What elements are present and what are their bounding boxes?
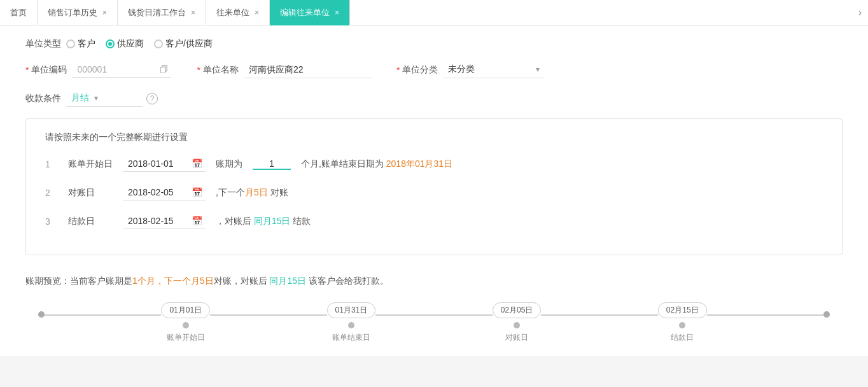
tab-home[interactable]: 首页 [0, 0, 38, 25]
timeline: 01月01日 账单开始日 01月31日 账单结束日 02月05日 [25, 302, 843, 343]
close-tab-edit-partner[interactable]: × [335, 8, 339, 17]
radio-customer-supplier[interactable]: 客户/供应商 [154, 38, 213, 50]
unit-name-input[interactable] [249, 65, 363, 75]
period-num-3: 3 [45, 216, 58, 227]
period-row-3: 3 结款日 📅 ，对账后 同月15日 结款 [45, 213, 823, 229]
period-end-date-highlight: 2018年01月31日 [386, 158, 452, 169]
timeline-dot-start [38, 311, 45, 318]
reconcile-date-field: 📅 [123, 185, 206, 201]
reconcile-date-input[interactable] [128, 187, 192, 197]
reconcile-highlight: 月5日 [245, 187, 268, 197]
payment-terms-arrow-icon: ▾ [94, 94, 98, 102]
tab-cash-workbench[interactable]: 钱货日清工作台 × [118, 0, 206, 25]
radio-circle-customer [66, 39, 75, 48]
timeline-node-2: 01月31日 账单结束日 [327, 302, 376, 343]
unit-type-row: 单位类型 客户 供应商 客户/供应商 [25, 38, 843, 50]
timeline-dot-4 [679, 322, 685, 328]
tabs-more-button[interactable]: › [852, 7, 868, 18]
period-row1-desc-prefix: 账期为 [216, 158, 242, 170]
timeline-dot-end [823, 311, 830, 318]
timeline-label-2: 账单结束日 [332, 332, 370, 343]
payment-terms-value: 月结 [71, 92, 89, 104]
radio-circle-customer-supplier [154, 39, 163, 48]
start-date-calendar-icon[interactable]: 📅 [192, 158, 202, 169]
preview-text: 账期预览：当前客户账期是1个月，下一个月5日对账，对账后 同月15日 该客户会给… [25, 276, 843, 287]
payment-date-field: 📅 [123, 213, 206, 229]
payment-terms-help-icon[interactable]: ? [146, 93, 158, 104]
radio-circle-supplier [106, 39, 115, 48]
timeline-line-3 [375, 314, 492, 316]
payment-terms-dropdown[interactable]: 月结 ▾ [66, 90, 143, 107]
timeline-line-2 [210, 314, 326, 316]
close-tab-sales-history[interactable]: × [102, 8, 107, 17]
radio-customer[interactable]: 客户 [66, 38, 95, 50]
timeline-line-1 [45, 314, 161, 316]
period-label-3: 结款日 [68, 216, 113, 227]
tab-sales-history[interactable]: 销售订单历史 × [38, 0, 118, 25]
unit-info-row: * 单位编码 🗍 * 单位名称 * 单位分类 未分类 ▾ [25, 61, 843, 78]
timeline-dot-3 [514, 322, 520, 328]
period-row1-desc-suffix: 个月,账单结束日期为 2018年01月31日 [301, 158, 452, 170]
start-date-field: 📅 [123, 156, 206, 172]
period-num-2: 2 [45, 188, 58, 198]
timeline-label-4: 结款日 [671, 332, 694, 343]
timeline-node-1: 01月01日 账单开始日 [161, 302, 210, 343]
preview-label: 账期预览：当前客户账期是 [25, 276, 132, 286]
timeline-line-4 [541, 314, 657, 316]
payment-highlight: 同月15日 [254, 216, 291, 226]
close-tab-cash-workbench[interactable]: × [191, 8, 195, 17]
copy-icon[interactable]: 🗍 [160, 64, 169, 74]
unit-type-radio-group: 客户 供应商 客户/供应商 [66, 38, 213, 50]
period-row3-desc: ，对账后 同月15日 结款 [216, 216, 311, 227]
unit-category-dropdown[interactable]: 未分类 ▾ [443, 61, 545, 78]
timeline-node-4: 02月15日 结款日 [658, 302, 707, 343]
timeline-dot-1 [183, 322, 189, 328]
unit-type-label: 单位类型 [25, 38, 61, 50]
start-date-input[interactable] [128, 158, 192, 169]
preview-part4: 同月15日 [269, 276, 306, 286]
payment-date-calendar-icon[interactable]: 📅 [192, 216, 202, 226]
reconcile-date-calendar-icon[interactable]: 📅 [192, 187, 202, 197]
tab-partner-units[interactable]: 往来单位 × [206, 0, 270, 25]
preview-part2: 下一个月5日 [164, 276, 214, 286]
payment-terms-row: 收款条件 月结 ▾ ? [25, 90, 843, 107]
period-label-1: 账单开始日 [68, 158, 113, 170]
period-box-title: 请按照未来的一个完整帐期进行设置 [45, 132, 823, 143]
timeline-label-1: 账单开始日 [167, 332, 205, 343]
timeline-node-3: 02月05日 对账日 [493, 302, 542, 343]
tabs-bar: 首页 销售订单历史 × 钱货日清工作台 × 往来单位 × 编辑往来单位 × › [0, 0, 868, 25]
period-row-2: 2 对账日 📅 ,下一个月5日 对账 [45, 185, 823, 201]
timeline-end-dot [823, 311, 830, 318]
close-tab-partner-units[interactable]: × [255, 8, 259, 17]
period-label-2: 对账日 [68, 187, 113, 199]
timeline-badge-4: 02月15日 [658, 302, 707, 318]
preview-part3: 对账，对账后 [214, 276, 267, 286]
payment-terms-label: 收款条件 [25, 93, 61, 104]
unit-type-group: 单位类型 客户 供应商 客户/供应商 [25, 38, 213, 50]
preview-section: 账期预览：当前客户账期是1个月，下一个月5日对账，对账后 同月15日 该客户会给… [25, 265, 843, 343]
month-input[interactable] [253, 158, 291, 170]
timeline-badge-3: 02月05日 [493, 302, 542, 318]
unit-category-value: 未分类 [448, 64, 536, 75]
unit-code-input[interactable] [77, 64, 160, 74]
payment-date-input[interactable] [128, 216, 192, 226]
period-row-1: 1 账单开始日 📅 账期为 个月,账单结束日期为 2018年01月31日 [45, 156, 823, 172]
unit-name-label: 单位名称 [203, 64, 239, 76]
payment-terms-group: 收款条件 月结 ▾ ? [25, 90, 158, 107]
timeline-badge-2: 01月31日 [327, 302, 376, 318]
timeline-start-dot [38, 311, 45, 318]
timeline-label-3: 对账日 [505, 332, 528, 343]
tab-edit-partner[interactable]: 编辑往来单位 × [270, 0, 350, 25]
preview-part1: 1个月， [132, 276, 164, 286]
unit-category-label: 单位分类 [402, 64, 438, 76]
unit-code-input-wrapper: 🗍 [72, 62, 171, 78]
unit-name-group: * 单位名称 [197, 62, 370, 78]
radio-supplier[interactable]: 供应商 [106, 38, 144, 50]
period-row2-desc: ,下一个月5日 对账 [216, 187, 288, 199]
timeline-badge-1: 01月01日 [161, 302, 210, 318]
period-num-1: 1 [45, 159, 58, 169]
unit-code-group: * 单位编码 🗍 [25, 62, 171, 78]
unit-code-label: 单位编码 [31, 64, 67, 76]
unit-category-arrow-icon: ▾ [536, 65, 540, 74]
preview-part5: 该客户会给我打款。 [309, 276, 389, 286]
